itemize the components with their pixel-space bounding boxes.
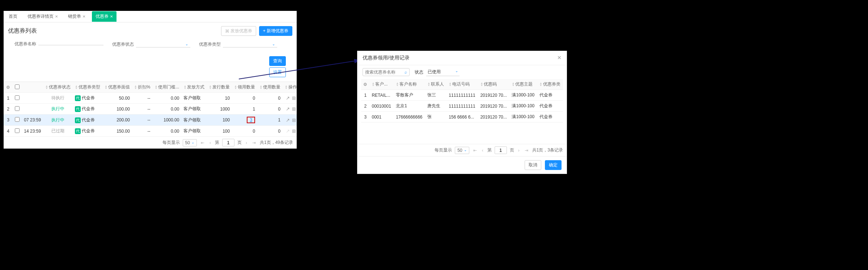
table-row[interactable]: 414 23:59已过期代 代金券150.00--0.00客户领取10000↗⊞ [4, 126, 297, 137]
col-header[interactable]: ▲▼优惠券类 [537, 79, 563, 90]
issue-coupon-button[interactable]: ⌘ 发放优惠券 [221, 26, 256, 36]
sort-icon[interactable]: ▲▼ [372, 82, 374, 87]
qrcode-icon[interactable]: ⊞ [292, 117, 296, 123]
col-header[interactable]: ▲▼使用门槛... [152, 82, 181, 93]
col-header[interactable]: ▲▼优惠券类型 [73, 82, 102, 93]
row-index: 2 [4, 104, 13, 115]
row-checkbox[interactable] [15, 95, 20, 100]
col-header[interactable]: ▲▼客户... [369, 79, 394, 90]
close-icon[interactable]: ✕ [557, 55, 562, 61]
qrcode-icon[interactable]: ⊞ [292, 128, 296, 134]
sort-icon[interactable]: ▲▼ [105, 85, 107, 90]
page-label: 第 [215, 140, 219, 146]
col-header[interactable]: ▲▼优惠券面值 [102, 82, 132, 93]
gear-icon[interactable]: ⚙ [6, 85, 10, 90]
share-icon[interactable]: ↗ [286, 106, 290, 112]
last-page-icon[interactable]: ⇥ [524, 148, 529, 153]
col-header[interactable]: ⚙ [4, 82, 13, 93]
next-page-icon[interactable]: › [517, 148, 521, 153]
customer-name: 北京1 [394, 101, 425, 112]
row-checkbox[interactable] [15, 128, 20, 133]
settings-button[interactable]: 设置 [269, 67, 286, 77]
tab-首页[interactable]: 首页 [5, 11, 21, 22]
col-header[interactable]: ▲▼发行数量 [207, 82, 232, 93]
sort-icon[interactable]: ▲▼ [449, 82, 452, 87]
col-header[interactable]: ▲▼使用数量 [257, 82, 283, 93]
sort-icon[interactable]: ▲▼ [539, 82, 542, 87]
table-row[interactable]: 1RETAIL...零散客户张三111111111112019120 70...… [361, 90, 563, 101]
table-row[interactable]: 200010001北京1唐先生111111111112019120 70...满… [361, 101, 563, 112]
face-value: 50.00 [102, 93, 132, 104]
page-input[interactable] [495, 146, 507, 154]
filter-name-input[interactable] [38, 43, 103, 45]
tab-close-icon[interactable]: ✕ [55, 14, 58, 18]
got-count[interactable]: 3 [232, 115, 257, 126]
per-page-select[interactable]: 50⌄ [455, 147, 469, 154]
table-row[interactable]: 1待执行代 代金券50.00--0.00客户领取1000↗⊞ [4, 93, 297, 104]
pager-summary: 共1页，3条记录 [532, 147, 563, 153]
row-checkbox[interactable] [15, 106, 20, 111]
col-header[interactable]: ▲▼电话号码 [446, 79, 478, 90]
sort-icon[interactable]: ▲▼ [154, 85, 157, 90]
table-row[interactable]: 307 23:59执行中代 代金券200.00--1000.00客户领取1003… [4, 115, 297, 126]
col-header[interactable]: ▲▼优惠码 [478, 79, 509, 90]
modal-state-select[interactable]: 已使用 ⌄ [426, 68, 460, 76]
sort-icon[interactable]: ▲▼ [396, 82, 399, 87]
sort-icon[interactable]: ▲▼ [427, 82, 430, 87]
last-page-icon[interactable]: ⇥ [251, 140, 257, 145]
col-header[interactable]: ▲▼客户名称 [394, 79, 425, 90]
share-icon[interactable]: ↗ [286, 117, 290, 123]
per-page-select[interactable]: 50⌄ [183, 139, 197, 146]
modal-state-label: 状态 [415, 69, 423, 75]
select-all-checkbox[interactable] [15, 84, 20, 89]
col-header[interactable]: ▲▼发放方式 [181, 82, 207, 93]
qrcode-icon[interactable]: ⊞ [292, 95, 296, 101]
add-coupon-button[interactable]: + 新增优惠券 [259, 26, 292, 36]
col-header[interactable] [22, 82, 43, 93]
tab-销货单[interactable]: 销货单✕ [64, 11, 89, 22]
row-checkbox[interactable] [15, 117, 20, 122]
page-input[interactable] [222, 139, 234, 146]
tab-close-icon[interactable]: ✕ [110, 14, 113, 18]
first-page-icon[interactable]: ⇤ [472, 148, 478, 153]
first-page-icon[interactable]: ⇤ [200, 140, 206, 145]
table-row[interactable]: 3000117666666666张156 6666 6...2019120 70… [361, 112, 563, 122]
tab-优惠券[interactable]: 优惠券✕ [92, 11, 117, 22]
search-button[interactable]: 查询 [269, 56, 286, 66]
sort-icon[interactable]: ▲▼ [209, 85, 212, 90]
confirm-button[interactable]: 确定 [545, 160, 562, 170]
col-header[interactable]: ▲▼联系人 [425, 79, 446, 90]
col-header[interactable]: ▲▼领用数量 [232, 82, 257, 93]
gear-icon[interactable]: ⚙ [363, 82, 367, 87]
page-suffix: 页 [510, 147, 514, 153]
coupon-type-icon: 代 [75, 95, 81, 101]
sort-icon[interactable]: ▲▼ [75, 85, 78, 90]
tab-优惠券详情页[interactable]: 优惠券详情页✕ [24, 11, 62, 22]
sort-icon[interactable]: ▲▼ [234, 85, 237, 90]
sort-icon[interactable]: ▲▼ [134, 85, 137, 90]
sort-icon[interactable]: ▲▼ [480, 82, 483, 87]
sort-icon[interactable]: ▲▼ [45, 85, 48, 90]
col-header[interactable]: ▲▼折扣% [132, 82, 153, 93]
cancel-button[interactable]: 取消 [525, 160, 541, 170]
col-header[interactable]: ▲▼优惠券状态 [43, 82, 73, 93]
sort-icon[interactable]: ▲▼ [285, 85, 288, 90]
col-header[interactable]: ⚙ [361, 79, 369, 90]
sort-icon[interactable]: ▲▼ [183, 85, 186, 90]
col-header[interactable]: ▲▼优惠主题 [509, 79, 537, 90]
col-header[interactable] [13, 82, 22, 93]
col-header[interactable]: ▲▼操作 [283, 82, 297, 93]
filter-status-select[interactable]: ⌄ [136, 41, 190, 47]
tab-close-icon[interactable]: ✕ [82, 14, 85, 18]
sort-icon[interactable]: ▲▼ [512, 82, 515, 87]
table-row[interactable]: 2执行中代 代金券100.00--0.00客户领取100010↗⊞ [4, 104, 297, 115]
next-page-icon[interactable]: › [245, 140, 248, 145]
share-icon[interactable]: ↗ [286, 95, 290, 101]
share-icon[interactable]: ↗ [286, 128, 290, 134]
prev-page-icon[interactable]: ‹ [481, 148, 484, 153]
modal-search-input[interactable]: ⌕ [363, 68, 410, 76]
prev-page-icon[interactable]: ‹ [208, 140, 212, 145]
sort-icon[interactable]: ▲▼ [259, 85, 262, 90]
qrcode-icon[interactable]: ⊞ [292, 106, 296, 112]
filter-type-select[interactable]: ⌄ [223, 41, 277, 47]
